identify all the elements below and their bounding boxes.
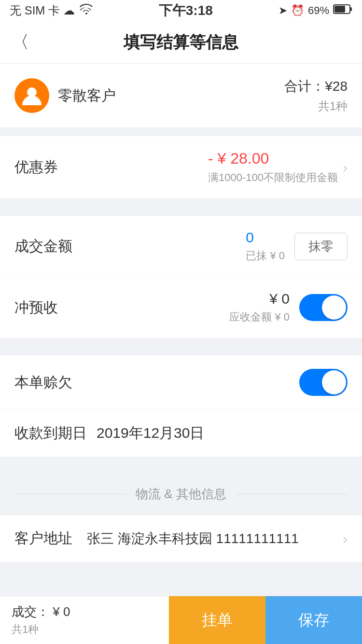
address-label: 客户地址 (14, 529, 72, 548)
coupon-label: 优惠券 (14, 157, 58, 177)
nav-bar: 〈 填写结算等信息 (0, 21, 362, 64)
deal-amount-right: 0 已抹 ¥ 0 抹零 (246, 229, 348, 263)
bottom-info: 成交： ¥ 0 共1种 (0, 596, 169, 644)
coupon-amount: - ¥ 28.00 (208, 150, 338, 168)
right-divider-line (236, 494, 348, 494)
deal-amount-label: 成交金额 (14, 237, 72, 256)
separator-3 (0, 465, 362, 474)
customer-avatar (14, 78, 49, 113)
coupon-chevron-icon: › (343, 159, 348, 176)
logistics-divider-text: 物流 & 其他信息 (136, 486, 226, 503)
battery-text: 69% (308, 4, 329, 17)
save-button[interactable]: 保存 (265, 596, 362, 644)
credit-order-row: 本单赊欠 (0, 355, 362, 410)
deal-amount-value: 0 (246, 229, 285, 246)
prepayment-row: 冲预收 ¥ 0 应收金额 ¥ 0 (0, 277, 362, 338)
prepayment-label: 冲预收 (14, 298, 58, 318)
credit-toggle-knob (322, 370, 346, 394)
prepayment-amount: ¥ 0 (229, 291, 290, 307)
due-date-row: 收款到期日 2019年12月30日 (0, 410, 362, 457)
toggle-knob (322, 295, 346, 320)
no-sim-text: 无 SIM 卡 ☁ (10, 3, 75, 18)
coupon-sub-text: 满1000-100不限制使用金额 (208, 170, 338, 185)
prepayment-toggle[interactable] (299, 294, 348, 321)
customer-left: 零散客户 (14, 78, 116, 113)
bottom-deal-amount: 成交： ¥ 0 (12, 603, 157, 620)
separator-1 (0, 207, 362, 216)
nav-title: 填写结算等信息 (124, 31, 238, 54)
wifi-icon (80, 4, 93, 17)
credit-order-right (299, 369, 348, 396)
pending-button[interactable]: 挂单 (169, 596, 265, 644)
left-divider-line (14, 494, 126, 494)
coupon-right: - ¥ 28.00 满1000-100不限制使用金额 › (208, 150, 348, 185)
battery-icon (333, 4, 352, 17)
due-date-label: 收款到期日 (14, 423, 87, 443)
svg-rect-1 (350, 7, 352, 11)
credit-order-toggle[interactable] (299, 369, 348, 396)
main-content: 零散客户 合计：¥28 共1种 优惠券 - ¥ 28.00 满1000-100不… (0, 64, 362, 644)
status-left: 无 SIM 卡 ☁ (10, 3, 93, 18)
credit-order-label: 本单赊欠 (14, 373, 72, 392)
status-bar: 无 SIM 卡 ☁ 下午3:18 ➤ ⏰ 69% (0, 0, 362, 21)
separator-2 (0, 347, 362, 355)
coupon-section[interactable]: 优惠券 - ¥ 28.00 满1000-100不限制使用金额 › (0, 136, 362, 198)
prepayment-sub: 应收金额 ¥ 0 (229, 310, 290, 324)
total-amount: 合计：¥28 (284, 77, 348, 96)
back-button[interactable]: 〈 (12, 30, 29, 54)
round-off-button[interactable]: 抹零 (294, 233, 348, 260)
status-right: ➤ ⏰ 69% (278, 4, 352, 17)
address-value: 张三 海淀永丰科技园 11111111111 (87, 530, 338, 548)
customer-section: 零散客户 合计：¥28 共1种 (0, 64, 362, 127)
logistics-divider: 物流 & 其他信息 (0, 474, 362, 514)
address-chevron-icon: › (343, 531, 348, 547)
prepayment-right: ¥ 0 应收金额 ¥ 0 (229, 291, 348, 324)
deal-amount-row: 成交金额 0 已抹 ¥ 0 抹零 (0, 216, 362, 277)
alarm-icon: ⏰ (291, 4, 304, 17)
due-date-value: 2019年12月30日 (97, 423, 204, 443)
total-count: 共1种 (284, 98, 348, 114)
bottom-bar: 成交： ¥ 0 共1种 挂单 保存 (0, 596, 362, 644)
location-icon: ➤ (278, 4, 287, 17)
divider-line-container: 物流 & 其他信息 (14, 486, 348, 503)
customer-name: 零散客户 (58, 86, 116, 106)
address-section[interactable]: 客户地址 张三 海淀永丰科技园 11111111111 › (0, 515, 362, 562)
customer-right: 合计：¥28 共1种 (284, 77, 348, 114)
svg-rect-2 (334, 6, 345, 13)
bottom-count: 共1种 (12, 622, 157, 637)
form-section-1: 成交金额 0 已抹 ¥ 0 抹零 冲预收 ¥ 0 应收金额 ¥ 0 (0, 216, 362, 338)
deal-amount-sub: 已抹 ¥ 0 (246, 249, 285, 263)
form-section-2: 本单赊欠 收款到期日 2019年12月30日 (0, 355, 362, 457)
status-time: 下午3:18 (159, 1, 213, 20)
